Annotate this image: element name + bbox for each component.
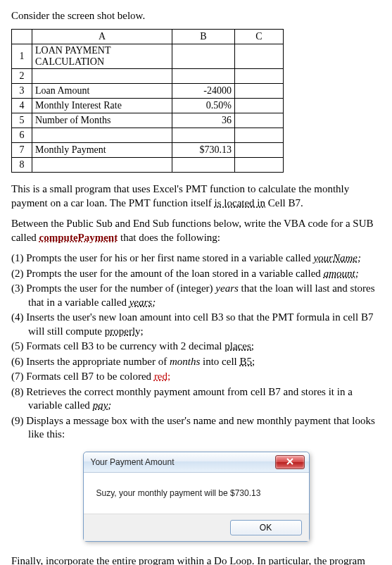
row-num: 3 bbox=[12, 84, 32, 99]
cell-a4: Monthly Interest Rate bbox=[32, 99, 172, 113]
final-paragraph: Finally, incorporate the entire program … bbox=[11, 554, 381, 566]
cell-b8 bbox=[172, 158, 235, 173]
text: that does the following: bbox=[118, 232, 220, 243]
step-1: (1) Prompts the user for his or her firs… bbox=[11, 252, 381, 266]
close-icon bbox=[286, 457, 294, 466]
paragraph-1: This is a small program that uses Excel'… bbox=[11, 182, 381, 210]
text-underline: is located in bbox=[215, 197, 265, 209]
sub-name: computePayment bbox=[39, 232, 118, 243]
cell-b5: 36 bbox=[172, 113, 235, 128]
intro-text: Consider the screen shot below. bbox=[11, 10, 381, 22]
row-num: 7 bbox=[12, 143, 32, 158]
row-num: 2 bbox=[12, 69, 32, 84]
paragraph-2: Between the Public Sub and End Sub funct… bbox=[11, 217, 381, 244]
step-6: (6) Inserts the appropriate number of mo… bbox=[11, 355, 381, 369]
row-num: 4 bbox=[12, 99, 32, 113]
cell-c8 bbox=[235, 158, 284, 173]
cell-c7 bbox=[235, 143, 284, 158]
cell-b6 bbox=[172, 128, 235, 143]
row-num: 8 bbox=[12, 158, 32, 173]
row-num: 5 bbox=[12, 113, 32, 128]
cell-a8 bbox=[32, 158, 172, 173]
step-8: (8) Retrieves the correct monthly paymen… bbox=[11, 385, 381, 413]
text: Cell B7. bbox=[265, 197, 303, 209]
cell-b7: $730.13 bbox=[172, 143, 235, 158]
col-header-b: B bbox=[172, 30, 235, 44]
corner-cell bbox=[12, 30, 32, 44]
cell-a6 bbox=[32, 128, 172, 143]
step-9: (9) Displays a message box with the user… bbox=[11, 414, 381, 442]
cell-c2 bbox=[235, 69, 284, 84]
col-header-a: A bbox=[32, 30, 172, 44]
col-header-c: C bbox=[235, 30, 284, 44]
steps-list: (1) Prompts the user for his or her firs… bbox=[11, 252, 381, 442]
dialog-footer: OK bbox=[84, 514, 309, 541]
close-button[interactable] bbox=[275, 455, 305, 469]
cell-c1 bbox=[235, 44, 284, 69]
cell-a7: Monthly Payment bbox=[32, 143, 172, 158]
message-box: Your Payment Amount Suzy, your monthly p… bbox=[83, 452, 310, 542]
cell-c6 bbox=[235, 128, 284, 143]
cell-b3: -24000 bbox=[172, 84, 235, 99]
dialog-body: Suzy, your monthly payment will be $730.… bbox=[84, 473, 309, 514]
cell-c5 bbox=[235, 113, 284, 128]
cell-a3: Loan Amount bbox=[32, 84, 172, 99]
row-num: 6 bbox=[12, 128, 32, 143]
ok-button[interactable]: OK bbox=[230, 520, 302, 535]
row-num: 1 bbox=[12, 44, 32, 69]
step-7: (7) Formats cell B7 to be colored red; bbox=[11, 370, 381, 384]
cell-a1: LOAN PAYMENT CALCULATION bbox=[32, 44, 172, 69]
cell-b2 bbox=[172, 69, 235, 84]
dialog-title: Your Payment Amount bbox=[91, 457, 175, 467]
step-5: (5) Formats cell B3 to be currency with … bbox=[11, 340, 381, 354]
cell-b4: 0.50% bbox=[172, 99, 235, 113]
cell-a5: Number of Months bbox=[32, 113, 172, 128]
dialog-titlebar: Your Payment Amount bbox=[84, 452, 309, 473]
cell-c3 bbox=[235, 84, 284, 99]
cell-c4 bbox=[235, 99, 284, 113]
step-3: (3) Prompts the user for the number of (… bbox=[11, 282, 381, 309]
spreadsheet-table: A B C 1 LOAN PAYMENT CALCULATION 2 3 Loa… bbox=[11, 29, 284, 173]
cell-b1 bbox=[172, 44, 235, 69]
step-2: (2) Prompts the user for the amount of t… bbox=[11, 267, 381, 281]
step-4: (4) Inserts the user's new loan amount i… bbox=[11, 311, 381, 338]
cell-a2 bbox=[32, 69, 172, 84]
